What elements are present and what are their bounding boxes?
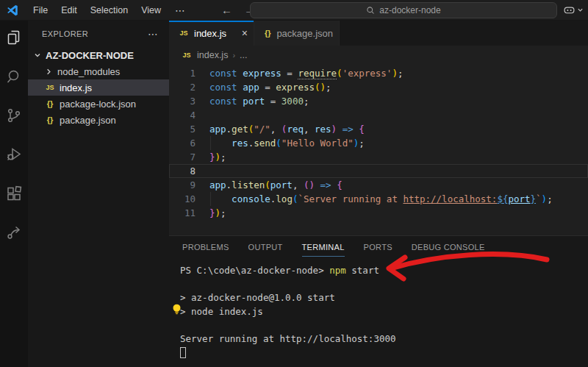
code-token: get (232, 124, 248, 135)
breadcrumb-file: index.js (197, 50, 228, 60)
copilot-icon (563, 4, 576, 16)
menu-overflow-icon[interactable]: ⋯ (168, 4, 193, 16)
title-bar: FileEditSelectionView ⋯ ← → az-docker-no… (0, 0, 588, 21)
code-token: res (232, 138, 248, 149)
vscode-logo (6, 4, 19, 17)
menu-view[interactable]: View (135, 3, 168, 18)
editor-group: JSindex.js×{}package.json JS index.js › … (169, 21, 588, 367)
chevron-down-icon (577, 7, 584, 13)
share-remote-icon[interactable] (4, 223, 24, 242)
line-number: 6 (169, 136, 196, 150)
code-token: ; (326, 82, 331, 93)
code-token: , (304, 124, 315, 135)
editor-tabs: JSindex.js×{}package.json (169, 21, 588, 46)
source-control-icon[interactable] (4, 106, 24, 125)
code-editor[interactable]: 1const express = require('express');2con… (169, 65, 588, 235)
code-line: 5app.get("/", (req, res) => { (169, 122, 588, 136)
code-token: express (243, 68, 282, 79)
search-value: az-docker-node (379, 5, 440, 15)
sidebar-item-package-lock.json[interactable]: {}package-lock.json (28, 96, 169, 112)
line-number: 11 (169, 206, 196, 220)
panel-tab-output[interactable]: OUTPUT (248, 238, 283, 256)
code-line: 3const port = 3000; (169, 94, 588, 108)
panel-tabs: PROBLEMSOUTPUTTERMINALPORTSDEBUG CONSOLE (169, 236, 588, 258)
sidebar-more-icon[interactable]: ⋯ (148, 28, 159, 40)
file-label: node_modules (57, 66, 120, 77)
code-token: "/" (254, 124, 270, 135)
file-label: index.js (60, 82, 92, 93)
code-token: ) (392, 68, 398, 79)
js-file-icon: JS (44, 84, 56, 91)
panel-tab-problems[interactable]: PROBLEMS (182, 238, 229, 256)
file-label: package-lock.json (60, 99, 136, 110)
lightbulb-icon (171, 303, 182, 316)
code-token: ) (331, 124, 337, 135)
terminal-cursor (180, 347, 186, 358)
code-token: => (315, 179, 337, 190)
code-token: => (337, 124, 359, 135)
command-center-search[interactable]: az-docker-node (250, 2, 557, 18)
code-token: req (287, 124, 304, 135)
panel-tab-debug-console[interactable]: DEBUG CONSOLE (412, 238, 485, 256)
code-token: listen (232, 179, 265, 190)
code-token: require (298, 68, 337, 79)
code-token: "Hello World" (282, 138, 354, 149)
terminal-token: > az-docker-node@1.0.0 start (180, 292, 335, 303)
code-token: { (359, 124, 365, 135)
run-debug-icon[interactable] (4, 145, 24, 164)
sidebar-item-node_modules[interactable]: node_modules (28, 63, 169, 79)
terminal-line: > node index.js (180, 305, 588, 319)
extensions-icon[interactable] (4, 184, 24, 203)
code-line: 10 console.log(`Server running at http:/… (169, 192, 588, 206)
menu-selection[interactable]: Selection (84, 3, 135, 18)
close-icon[interactable]: × (242, 27, 248, 39)
search-icon (366, 6, 375, 15)
breadcrumb-symbol: ... (240, 50, 247, 60)
code-token: , (293, 179, 304, 190)
code-token: log (276, 193, 293, 204)
terminal-line (180, 278, 588, 292)
code-token: 3000 (282, 96, 304, 107)
terminal-token: PS C:\code\az-docker-node> (180, 265, 329, 276)
back-icon[interactable]: ← (221, 4, 232, 16)
explorer-icon[interactable] (4, 28, 24, 47)
copilot-menu[interactable] (563, 4, 584, 16)
breadcrumb[interactable]: JS index.js › ... (169, 46, 588, 65)
tab-label: index.js (194, 28, 226, 39)
indent-guide (210, 192, 211, 206)
code-token: = (259, 82, 276, 93)
panel-tab-ports[interactable]: PORTS (364, 238, 392, 256)
tab-index.js[interactable]: JSindex.js× (169, 21, 254, 46)
line-number: 9 (169, 178, 196, 192)
code-token: } (531, 193, 537, 204)
sidebar-item-index.js[interactable]: JSindex.js (28, 79, 169, 96)
code-token: const (209, 68, 243, 79)
terminal-token: start (346, 265, 379, 276)
code-token: = (282, 68, 298, 79)
tab-package.json[interactable]: {}package.json (254, 21, 340, 46)
code-token: ` (298, 193, 304, 204)
code-token: . (226, 124, 232, 135)
terminal-line: PS C:\code\az-docker-node> npm start (180, 264, 588, 278)
file-tree: node_modulesJSindex.js{}package-lock.jso… (28, 63, 169, 128)
json-file-icon: {} (44, 115, 56, 124)
terminal-line: Server running at http://localhost:3000 (180, 332, 588, 346)
code-token: app (209, 179, 226, 190)
json-file-icon: {} (263, 29, 272, 38)
line-number: 2 (169, 80, 196, 94)
code-line: 2const app = express(); (169, 80, 588, 94)
terminal-line: > az-docker-node@1.0.0 start (180, 291, 588, 305)
code-token: const (209, 82, 243, 93)
tree-root-folder[interactable]: AZ-DOCKER-NODE (28, 47, 169, 63)
menu-edit[interactable]: Edit (54, 3, 84, 18)
search-sidebar-icon[interactable] (4, 67, 24, 86)
terminal-token: > node index.js (180, 306, 263, 317)
terminal[interactable]: PS C:\code\az-docker-node> npm start > a… (169, 258, 588, 360)
code-token: ${ (497, 193, 508, 204)
sidebar-item-package.json[interactable]: {}package.json (28, 112, 169, 128)
menu-file[interactable]: File (26, 3, 54, 18)
panel-tab-terminal[interactable]: TERMINAL (302, 238, 345, 257)
code-token: 'express' (343, 68, 392, 79)
code-token: . (226, 179, 232, 190)
code-line: 11}); (169, 206, 588, 220)
